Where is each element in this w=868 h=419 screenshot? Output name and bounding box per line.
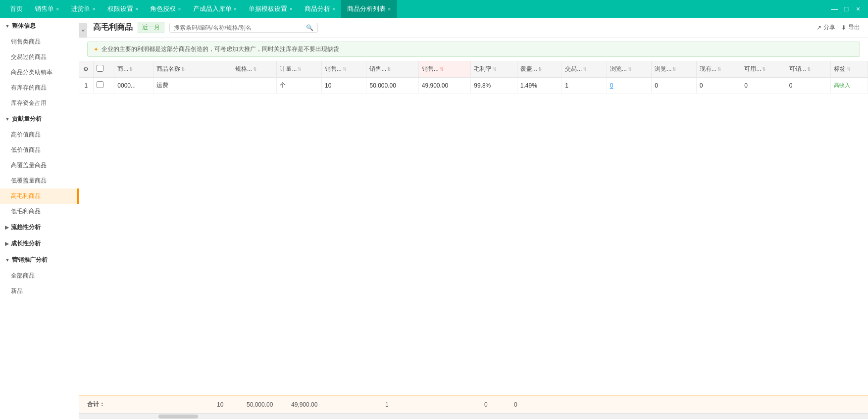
row-coverage: 1.49% — [517, 78, 562, 93]
share-button[interactable]: ↗ 分享 — [817, 23, 835, 32]
sidebar-item-low-coverage[interactable]: 低覆盖量商品 — [0, 173, 79, 188]
row-browse1[interactable]: 0 — [607, 78, 652, 93]
header-actions: ↗ 分享 ⬇ 导出 — [817, 23, 860, 32]
search-icon[interactable]: 🔍 — [306, 24, 313, 31]
nav-product-analysis-list[interactable]: 商品分析列表 × — [341, 0, 397, 18]
sidebar-item-category-rate[interactable]: 商品分类助销率 — [0, 65, 79, 80]
col-spec[interactable]: 规格...⇅ — [232, 61, 277, 78]
data-table: ⚙ 商...⇅ 商品名称⇅ 规格...⇅ 计量...⇅ 销售...⇅ 销售...… — [79, 61, 868, 93]
nav-permission-close[interactable]: × — [135, 6, 138, 12]
maximize-button[interactable]: □ — [840, 3, 852, 15]
col-tag[interactable]: 标签⇅ — [831, 61, 868, 78]
footer-cells: 10 50,000.00 49,900.00 1 0 0 — [115, 401, 860, 408]
nav-sales-order[interactable]: 销售单 × — [29, 0, 65, 18]
row-name: 运费 — [153, 78, 232, 93]
sidebar-item-traded-goods[interactable]: 交易过的商品 — [0, 49, 79, 65]
table-wrapper[interactable]: ⚙ 商...⇅ 商品名称⇅ 规格...⇅ 计量...⇅ 销售...⇅ 销售...… — [79, 61, 868, 395]
footer-current-stock: 0 — [481, 401, 511, 408]
search-input[interactable] — [174, 24, 306, 31]
horizontal-scrollbar[interactable] — [79, 413, 868, 419]
close-button[interactable]: × — [852, 3, 864, 15]
sidebar-group-contribution[interactable]: ▼ 贡献量分析 — [0, 111, 79, 127]
export-icon: ⬇ — [841, 24, 846, 31]
sidebar-item-new-goods[interactable]: 新品 — [0, 283, 79, 299]
nav-product-close[interactable]: × — [234, 6, 237, 12]
nav-purchase-order[interactable]: 进货单 × — [65, 0, 101, 18]
export-button[interactable]: ⬇ 导出 — [841, 23, 860, 32]
col-transaction[interactable]: 交易...⇅ — [562, 61, 607, 78]
main-layout: ▼ 整体信息 销售类商品 交易过的商品 商品分类助销率 有库存的商品 库存资金占… — [0, 18, 868, 419]
sidebar-item-high-coverage[interactable]: 高覆盖量商品 — [0, 158, 79, 173]
row-unit: 个 — [277, 78, 322, 93]
row-index: 1 — [79, 78, 93, 93]
nav-analysis-list-close[interactable]: × — [388, 6, 391, 12]
sidebar-item-low-value[interactable]: 低价值商品 — [0, 142, 79, 158]
sidebar-item-high-margin[interactable]: 高毛利商品 — [0, 188, 79, 204]
nav-role-close[interactable]: × — [178, 6, 181, 12]
sidebar-item-all-goods[interactable]: 全部商品 — [0, 268, 79, 283]
sidebar-item-high-value[interactable]: 高价值商品 — [0, 127, 79, 142]
sidebar-group-growth[interactable]: ▶ 成长性分析 — [0, 235, 79, 252]
row-gross-margin: 99.8% — [471, 78, 517, 93]
nav-template-settings[interactable]: 单据模板设置 × — [243, 0, 298, 18]
row-current-stock: 0 — [696, 78, 741, 93]
info-icon: ✦ — [94, 46, 99, 53]
content-area: « 高毛利商品 近一月 🔍 ↗ 分享 ⬇ 导出 ✦ 企 — [79, 18, 868, 419]
col-sale-qty[interactable]: 销售...⇅ — [321, 61, 366, 78]
nav-purchase-order-close[interactable]: × — [92, 6, 95, 12]
scrollbar-thumb[interactable] — [158, 415, 198, 419]
footer-spacer3 — [412, 401, 452, 408]
row-sale-qty: 10 — [321, 78, 366, 93]
nav-product-analysis[interactable]: 商品分析 × — [299, 0, 341, 18]
sidebar-item-low-margin[interactable]: 低毛利商品 — [0, 204, 79, 219]
col-settings[interactable]: ⚙ — [79, 61, 93, 78]
nav-home[interactable]: 首页 — [4, 0, 29, 18]
nav-role-auth[interactable]: 角色授权 × — [144, 0, 187, 18]
nav-product-inbound[interactable]: 产成品入库单 × — [187, 0, 243, 18]
time-filter-button[interactable]: 近一月 — [138, 22, 164, 33]
row-checkbox[interactable] — [93, 78, 114, 93]
col-available-stock[interactable]: 可用...⇅ — [741, 61, 786, 78]
chevron-down-icon-2: ▼ — [5, 116, 10, 122]
col-name[interactable]: 商品名称⇅ — [153, 61, 232, 78]
row-select-checkbox[interactable] — [97, 81, 103, 88]
chevron-down-icon-3: ▼ — [5, 257, 10, 263]
sidebar-group-overall[interactable]: ▼ 整体信息 — [0, 18, 79, 34]
chevron-down-icon: ▼ — [5, 23, 10, 29]
nav-analysis-close[interactable]: × — [332, 6, 335, 12]
nav-permission-settings[interactable]: 权限设置 × — [102, 0, 144, 18]
sidebar-group-trend[interactable]: ▶ 流趋性分析 — [0, 219, 79, 235]
footer-label: 合计： — [87, 400, 105, 409]
col-gross-margin[interactable]: 毛利率⇅ — [471, 61, 517, 78]
row-spec — [232, 78, 277, 93]
content-header: 高毛利商品 近一月 🔍 ↗ 分享 ⬇ 导出 — [79, 18, 868, 38]
sidebar-item-sales-goods[interactable]: 销售类商品 — [0, 34, 79, 49]
footer-transaction: 1 — [382, 401, 412, 408]
col-current-stock[interactable]: 现有...⇅ — [696, 61, 741, 78]
chevron-right-icon-2: ▶ — [5, 241, 9, 246]
row-browse2: 0 — [652, 78, 697, 93]
row-sellable-stock: 0 — [786, 78, 831, 93]
col-unit[interactable]: 计量...⇅ — [277, 61, 322, 78]
col-coverage[interactable]: 覆盖...⇅ — [517, 61, 562, 78]
col-checkbox[interactable] — [93, 61, 114, 78]
footer-available-stock: 0 — [511, 401, 541, 408]
nav-template-close[interactable]: × — [289, 6, 292, 12]
col-browse2[interactable]: 浏览...⇅ — [652, 61, 697, 78]
row-sale-profit: 49,900.00 — [418, 78, 470, 93]
row-code: 0000... — [114, 78, 153, 93]
nav-sales-order-close[interactable]: × — [56, 6, 59, 12]
info-banner: ✦ 企业的主要的利润都是这部分商品创造的，可考虑加大推广，同时关注库存是不要出现… — [87, 42, 860, 57]
minimize-button[interactable]: — — [828, 3, 840, 15]
col-sale-amount[interactable]: 销售...⇅ — [366, 61, 418, 78]
sidebar-item-in-stock-goods[interactable]: 有库存的商品 — [0, 80, 79, 95]
col-code[interactable]: 商...⇅ — [114, 61, 153, 78]
col-sale-profit[interactable]: 销售...⇅ — [418, 61, 470, 78]
col-sellable-stock[interactable]: 可销...⇅ — [786, 61, 831, 78]
sidebar-group-marketing[interactable]: ▼ 营销推广分析 — [0, 252, 79, 268]
footer-total-bar: 合计： 10 50,000.00 49,900.00 1 0 0 — [79, 395, 868, 413]
col-browse1[interactable]: 浏览...⇅ — [607, 61, 652, 78]
sidebar-collapse-button[interactable]: « — [79, 23, 87, 38]
sidebar-item-stock-capital[interactable]: 库存资金占用 — [0, 95, 79, 111]
select-all-checkbox[interactable] — [97, 65, 103, 72]
